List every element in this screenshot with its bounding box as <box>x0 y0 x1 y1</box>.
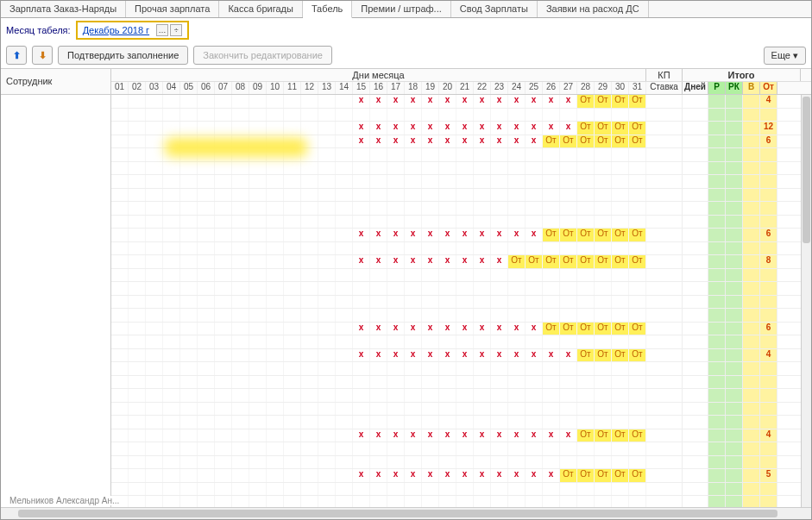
cell[interactable] <box>146 389 163 402</box>
cell[interactable] <box>249 403 267 416</box>
cell[interactable] <box>526 416 543 429</box>
cell[interactable] <box>336 122 353 135</box>
cell[interactable] <box>232 202 249 215</box>
cell[interactable] <box>595 216 612 229</box>
cell[interactable] <box>595 242 612 255</box>
cell[interactable] <box>439 175 456 188</box>
cell[interactable] <box>508 202 526 215</box>
cell[interactable]: От <box>560 229 577 241</box>
cell[interactable] <box>595 389 612 402</box>
cell[interactable]: От <box>629 349 646 362</box>
cell[interactable] <box>267 242 284 255</box>
cell[interactable]: От <box>543 229 560 241</box>
cell[interactable] <box>422 309 439 322</box>
cell[interactable] <box>198 202 215 215</box>
cell[interactable] <box>267 442 284 455</box>
cell[interactable] <box>595 189 612 202</box>
cell[interactable] <box>301 309 318 322</box>
cell[interactable] <box>111 456 129 469</box>
cell[interactable] <box>284 362 301 375</box>
cell[interactable] <box>612 376 629 389</box>
cell[interactable] <box>336 242 353 255</box>
cell[interactable] <box>560 202 577 215</box>
cell[interactable] <box>180 202 198 215</box>
cell[interactable] <box>370 175 387 188</box>
cell[interactable] <box>249 429 267 442</box>
cell[interactable]: x <box>491 323 508 335</box>
cell[interactable] <box>318 135 336 148</box>
table-row[interactable] <box>111 109 811 122</box>
cell[interactable] <box>318 456 336 469</box>
cell[interactable] <box>560 282 577 295</box>
cell[interactable] <box>267 162 284 175</box>
cell[interactable] <box>526 456 543 469</box>
cell[interactable] <box>146 122 163 135</box>
cell[interactable] <box>526 389 543 402</box>
cell[interactable] <box>249 269 267 282</box>
cell[interactable] <box>560 309 577 322</box>
cell[interactable] <box>232 429 249 442</box>
cell[interactable] <box>249 323 267 335</box>
cell[interactable] <box>180 349 198 362</box>
cell[interactable] <box>629 216 646 229</box>
cell[interactable] <box>163 216 180 229</box>
cell[interactable]: x <box>526 95 543 108</box>
cell[interactable] <box>422 483 439 496</box>
cell[interactable] <box>612 282 629 295</box>
cell[interactable] <box>474 242 491 255</box>
cell[interactable] <box>232 282 249 295</box>
table-row[interactable] <box>111 362 811 376</box>
cell[interactable]: От <box>612 135 629 148</box>
cell[interactable] <box>474 335 491 348</box>
cell[interactable] <box>370 416 387 429</box>
cell[interactable] <box>456 282 474 295</box>
table-row[interactable] <box>111 202 811 216</box>
cell[interactable] <box>146 95 163 108</box>
cell[interactable] <box>163 442 180 455</box>
table-row[interactable] <box>111 483 811 497</box>
cell[interactable] <box>284 349 301 362</box>
table-row[interactable]: xxxxxxxxxxxxОтОтОтОтОт5 <box>111 469 811 483</box>
cell[interactable]: x <box>474 469 491 482</box>
table-row[interactable] <box>111 416 811 429</box>
cell[interactable]: От <box>612 323 629 335</box>
cell[interactable] <box>577 376 595 389</box>
cell[interactable] <box>474 269 491 282</box>
cell[interactable] <box>370 456 387 469</box>
cell[interactable] <box>543 296 560 309</box>
cell[interactable] <box>232 362 249 375</box>
cell[interactable] <box>422 148 439 161</box>
cell[interactable]: x <box>370 349 387 362</box>
cell[interactable] <box>508 309 526 322</box>
cell[interactable]: x <box>405 469 422 482</box>
cell[interactable] <box>146 269 163 282</box>
cell[interactable] <box>301 403 318 416</box>
cell[interactable] <box>146 135 163 148</box>
cell[interactable] <box>111 122 129 135</box>
cell[interactable] <box>318 242 336 255</box>
cell[interactable] <box>163 255 180 268</box>
cell[interactable] <box>405 442 422 455</box>
cell[interactable] <box>353 309 370 322</box>
cell[interactable] <box>318 282 336 295</box>
cell[interactable] <box>180 229 198 241</box>
cell[interactable]: x <box>439 323 456 335</box>
cell[interactable] <box>180 469 198 482</box>
cell[interactable] <box>284 282 301 295</box>
cell[interactable] <box>267 282 284 295</box>
cell[interactable]: x <box>456 429 474 442</box>
move-up-button[interactable]: ⬆ <box>6 46 27 65</box>
cell[interactable] <box>180 323 198 335</box>
cell[interactable] <box>370 403 387 416</box>
cell[interactable] <box>146 109 163 122</box>
table-row[interactable] <box>111 296 811 310</box>
cell[interactable] <box>508 416 526 429</box>
cell[interactable] <box>284 429 301 442</box>
cell[interactable] <box>387 175 405 188</box>
cell[interactable]: От <box>629 229 646 241</box>
cell[interactable] <box>405 483 422 496</box>
cell[interactable]: От <box>629 323 646 335</box>
cell[interactable] <box>180 376 198 389</box>
cell[interactable] <box>198 296 215 309</box>
cell[interactable] <box>560 162 577 175</box>
